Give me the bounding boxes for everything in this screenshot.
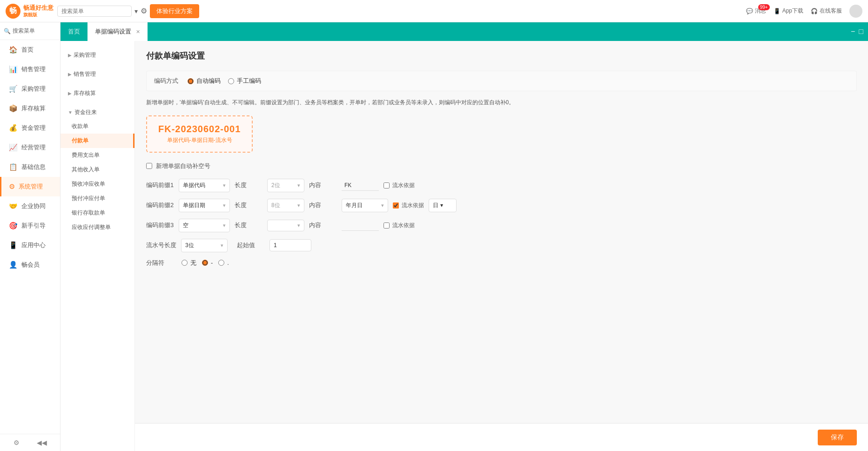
sidebar-search[interactable]: 🔍 搜索菜单 [0,22,60,40]
prefix1-value: 单据代码 [183,182,205,189]
prefix1-length-label: 长度 [235,181,262,189]
app-download-item[interactable]: 📱 App下载 [774,7,803,15]
sidebar-collapse-btn[interactable]: ◀◀ [37,439,47,446]
prefix2-select[interactable]: 单据日期 ▾ [179,199,230,212]
auto-fill-checkbox[interactable] [146,163,152,169]
prefix1-length-dropdown-icon: ▾ [297,182,300,188]
left-menu-item-prepay-collect[interactable]: 预收冲应收单 [61,177,135,191]
prefix1-serial-label[interactable]: 流水依据 [392,182,415,189]
sep-none-label: 无 [190,259,196,267]
sep-dash-option[interactable]: - [202,259,213,266]
sep-dash-radio[interactable] [202,260,208,266]
prefix2-serial-checkbox[interactable] [393,202,399,209]
serial-start-input[interactable] [269,239,311,251]
search-input[interactable] [57,6,132,17]
logo-main: 畅通好生意 [23,4,54,12]
auto-fill-label[interactable]: 新增单据自动补空号 [156,162,210,170]
prefix2-serial-label[interactable]: 流水依据 [402,202,424,209]
prefix2-content-select[interactable]: 年月日 ▾ [342,199,388,212]
prefix1-serial-checkbox[interactable] [384,182,390,188]
left-menu-toggle-inventory[interactable]: ▶ 库存核算 [61,87,135,100]
prefix3-length-dropdown-icon: ▾ [297,222,300,229]
logo-sub: 旗舰版 [23,12,54,18]
prefix2-day-select[interactable]: 日 ▾ [429,199,457,212]
message-item[interactable]: 💬 消息 99+ [746,7,766,15]
prefix1-content-input [342,180,379,191]
prefix3-length-select[interactable]: ▾ [267,220,304,231]
tab-maximize-btn[interactable]: □ [859,27,863,36]
preview-box: FK-20230602-001 单据代码-单据日期-流水号 [146,115,253,153]
sidebar-item-purchase[interactable]: 🛒 采购管理 [0,79,60,99]
prefix1-select[interactable]: 单据代码 ▾ [179,179,230,192]
sidebar-item-operations[interactable]: 📈 经营管理 [0,138,60,157]
left-menu-item-other-income[interactable]: 其他收入单 [61,162,135,177]
radio-auto-code-input[interactable] [188,78,194,84]
trial-btn[interactable]: 体验行业方案 [150,4,199,18]
left-menu-toggle-capital[interactable]: ▼ 资金往来 [61,106,135,119]
sidebar-settings-btn[interactable]: ⚙ [13,439,20,446]
sep-none-option[interactable]: 无 [182,259,196,267]
left-menu-group-sales: ▶ 销售管理 [61,65,135,84]
logo: 畅 畅通好生意 旗舰版 [6,4,54,19]
prefix1-serial-checkbox-group: 流水依据 [384,182,415,189]
left-menu-toggle-sales[interactable]: ▶ 销售管理 [61,67,135,81]
tab-coding[interactable]: 单据编码设置 ✕ [87,22,148,41]
tab-home[interactable]: 首页 [61,22,87,41]
prefix2-content-dropdown-icon: ▾ [381,202,384,209]
prefix2-length-select[interactable]: 8位 ▾ [267,199,304,212]
chevron-right-icon-sales: ▶ [68,72,72,77]
radio-auto-code[interactable]: 自动编码 [188,77,221,85]
enterprise-icon: 🤝 [9,202,18,210]
dropdown-btn[interactable]: ▾ [135,7,138,15]
prefix3-serial-checkbox[interactable] [384,222,390,229]
sidebar-item-home[interactable]: 🏠 首页 [0,40,60,60]
radio-manual-code-label: 手工编码 [237,77,261,85]
sidebar-item-finance[interactable]: 💰 资金管理 [0,118,60,138]
sidebar-item-guide[interactable]: 🎯 新手引导 [0,216,60,236]
topbar: 畅 畅通好生意 旗舰版 ▾ ⚙ 体验行业方案 💬 消息 99+ 📱 App下载 … [0,0,868,22]
prefix3-content-label: 内容 [309,221,337,229]
avatar[interactable] [849,5,862,18]
prefix1-dropdown-icon: ▾ [223,182,226,188]
sidebar-item-inventory[interactable]: 📦 库存核算 [0,99,60,118]
prefix3-select[interactable]: 空 ▾ [179,219,230,232]
sidebar-item-label-finance: 资金管理 [21,124,46,132]
sidebar-item-label-apps: 应用中心 [21,241,46,249]
sidebar-item-enterprise[interactable]: 🤝 企业协同 [0,196,60,216]
tab-bar-right: − □ [851,27,868,36]
left-menu-item-prepay-pay[interactable]: 预付冲应付单 [61,191,135,206]
left-menu-toggle-purchase[interactable]: ▶ 采购管理 [61,48,135,62]
separator-label: 分隔符 [146,259,174,267]
prefix2-value: 单据日期 [183,202,205,209]
sidebar-item-member[interactable]: 👤 畅会员 [0,255,60,275]
left-menu-group-capital: ▼ 资金往来 收款单 付款单 费用支出单 其他收入单 预收冲应收单 预付冲应付单… [61,103,135,237]
left-menu-item-bank[interactable]: 银行存取款单 [61,206,135,220]
prefix3-serial-label[interactable]: 流水依据 [392,222,415,229]
sidebar-item-sales[interactable]: 📊 销售管理 [0,60,60,79]
tab-minimize-btn[interactable]: − [851,27,855,36]
sep-dot-option[interactable]: . [218,259,229,266]
sidebar-item-system[interactable]: ⚙ 系统管理 [0,177,60,196]
sep-dot-radio[interactable] [218,260,224,266]
purchase-icon: 🛒 [9,85,18,93]
service-item[interactable]: 🎧 在线客服 [811,7,842,15]
radio-manual-code-input[interactable] [228,78,234,84]
radio-auto-code-label: 自动编码 [196,77,221,85]
sep-options: 无 - . [182,259,229,267]
left-menu-item-receipt[interactable]: 收款单 [61,119,135,134]
settings-btn[interactable]: ⚙ [141,7,147,15]
prefix1-row: 编码前缀1 单据代码 ▾ 长度 2位 ▾ 内容 [146,179,857,192]
serial-length-select[interactable]: 3位 ▾ [181,239,228,252]
sidebar-search-label: 搜索菜单 [13,27,35,35]
tab-coding-close[interactable]: ✕ [136,29,140,35]
sidebar-item-apps[interactable]: 📱 应用中心 [0,236,60,255]
sep-none-radio[interactable] [182,260,188,266]
radio-manual-code[interactable]: 手工编码 [228,77,261,85]
prefix1-length-select[interactable]: 2位 ▾ [267,179,304,192]
left-menu-item-expense[interactable]: 费用支出单 [61,148,135,162]
sidebar-item-basic[interactable]: 📋 基础信息 [0,157,60,177]
left-menu-item-payment[interactable]: 付款单 [61,134,135,148]
save-button[interactable]: 保存 [818,430,857,445]
left-menu-item-ar-adjust[interactable]: 应收应付调整单 [61,220,135,235]
sidebar-item-label-system: 系统管理 [19,182,43,191]
